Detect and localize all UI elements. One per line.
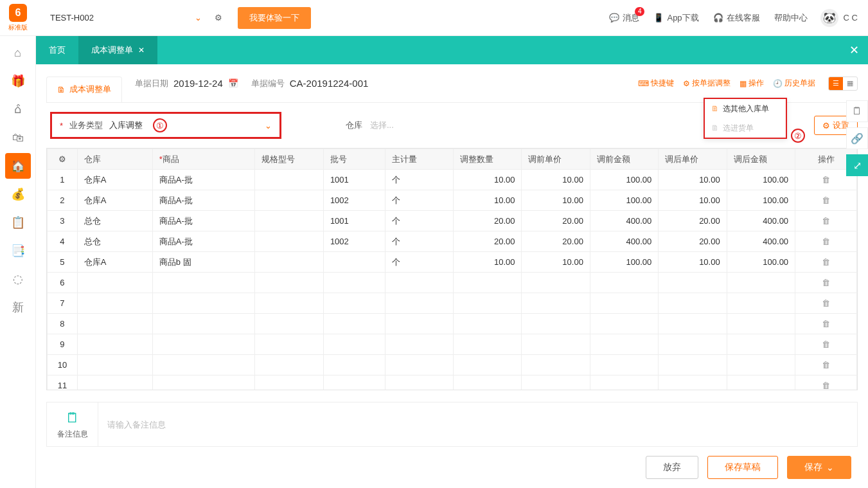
- delete-icon[interactable]: 🗑: [795, 334, 857, 355]
- delete-icon[interactable]: 🗑: [795, 252, 857, 273]
- list-view-icon[interactable]: ☰: [829, 77, 843, 90]
- delete-icon[interactable]: 🗑: [795, 355, 857, 375]
- help-link[interactable]: 帮助中心: [774, 12, 808, 24]
- table-row[interactable]: 6🗑: [48, 273, 857, 293]
- annotation-2: ②: [791, 129, 805, 143]
- table-row[interactable]: 10🗑: [48, 355, 857, 375]
- table-row[interactable]: 11🗑: [48, 375, 857, 391]
- col-product: *商品: [152, 149, 255, 170]
- table-row[interactable]: 8🗑: [48, 314, 857, 334]
- note-icon: 🗒: [66, 410, 80, 426]
- delete-icon[interactable]: 🗑: [795, 375, 857, 391]
- remark-label: 备注信息: [57, 429, 88, 440]
- service-link[interactable]: 🎧 在线客服: [713, 12, 760, 24]
- dropdown-item-other-inbound[interactable]: 🗎选其他入库单: [705, 99, 786, 118]
- gear-icon[interactable]: ⚙: [215, 13, 222, 23]
- delete-icon[interactable]: 🗑: [795, 211, 857, 231]
- footer: 放弃 保存草稿 保存⌄: [46, 447, 858, 488]
- grid: ⚙ 仓库 *商品 规格型号 批号 主计量 调整数量 调前单价 调前金额 调后单价…: [46, 148, 858, 390]
- messages-badge: 4: [635, 7, 645, 16]
- delete-icon[interactable]: 🗑: [795, 190, 857, 211]
- right-rail: 🗒 🔗 ⤢: [846, 100, 868, 176]
- sidebar-report-icon[interactable]: 📑: [5, 238, 31, 264]
- table-row[interactable]: 5仓库A商品b 固个10.0010.00100.0010.00100.00🗑: [48, 252, 857, 273]
- sidebar-clipboard-icon[interactable]: 📋: [5, 210, 31, 235]
- col-gear[interactable]: ⚙: [48, 149, 78, 170]
- chevron-down-icon: ⌄: [265, 121, 272, 131]
- delete-icon[interactable]: 🗑: [795, 314, 857, 334]
- col-batch: 批号: [323, 149, 385, 170]
- delete-icon[interactable]: 🗑: [795, 273, 857, 293]
- doc-icon: 🗎: [57, 85, 66, 95]
- doc-title: 成本调整单: [69, 84, 111, 95]
- logo-icon: 6: [9, 4, 27, 22]
- card-view-icon[interactable]: ▦: [843, 77, 857, 90]
- tab-home[interactable]: 首页: [36, 36, 78, 64]
- view-toggle[interactable]: ☰ ▦: [828, 77, 858, 91]
- sidebar-new-icon[interactable]: 新: [5, 294, 31, 320]
- table-row[interactable]: 7🗑: [48, 293, 857, 314]
- service-label: 在线客服: [727, 12, 760, 24]
- calendar-icon[interactable]: 📅: [228, 78, 238, 88]
- business-type-select[interactable]: * 业务类型 入库调整 ① ⌄: [50, 112, 281, 139]
- filter-row: * 业务类型 入库调整 ① ⌄ 仓库 选择... 🗎选其他入库单 🗎选进货单 ②…: [46, 103, 858, 148]
- save-button[interactable]: 保存⌄: [787, 456, 851, 479]
- try-button[interactable]: 我要体验一下: [238, 7, 311, 29]
- action-bydoc[interactable]: ⚙按单据调整: [683, 78, 731, 89]
- sidebar-gift-icon[interactable]: 🎁: [5, 68, 31, 94]
- sidebar-home-icon[interactable]: ⌂: [5, 40, 31, 66]
- grid-icon: ▦: [740, 79, 747, 88]
- warehouse-label: 仓库: [346, 120, 362, 131]
- tab-cost-adjust[interactable]: 成本调整单 ✕: [78, 36, 157, 64]
- warehouse-select[interactable]: 仓库 选择...: [346, 120, 394, 131]
- org-select[interactable]: TEST-H002 ⌄: [42, 6, 209, 30]
- note-icon[interactable]: 🗒: [846, 100, 868, 122]
- action-history[interactable]: 🕘历史单据: [773, 78, 815, 89]
- doc-icon: 🗎: [711, 104, 719, 113]
- tab-home-label: 首页: [49, 44, 66, 56]
- logo-subtitle: 标准版: [8, 23, 28, 32]
- col-spec: 规格型号: [255, 149, 323, 170]
- discard-button[interactable]: 放弃: [646, 456, 698, 479]
- table-row[interactable]: 2仓库A商品A-批1002个10.0010.00100.0010.00100.0…: [48, 190, 857, 211]
- table-row[interactable]: 4总仓商品A-批1002个20.0020.00400.0020.00400.00…: [48, 231, 857, 252]
- action-quickkey[interactable]: ⌨快捷键: [638, 78, 674, 89]
- sidebar-warehouse-icon[interactable]: 🏠: [5, 153, 31, 179]
- logo: 6 标准版: [0, 4, 36, 32]
- messages-link[interactable]: 💬 消息 4: [609, 12, 639, 24]
- sidebar: ⌂ 🎁 ⌂̂ 🛍 🏠 💰 📋 📑 ◌ 新: [0, 36, 36, 488]
- date-value[interactable]: 2019-12-24: [173, 78, 223, 89]
- link-icon[interactable]: 🔗: [846, 127, 868, 149]
- app-download-link[interactable]: 📱 App下载: [653, 12, 698, 24]
- topbar: 6 标准版 TEST-H002 ⌄ ⚙ 我要体验一下 💬 消息 4 📱 App下…: [0, 0, 868, 36]
- remark-input[interactable]: [98, 402, 857, 446]
- doc-header: 🗎 成本调整单 单据日期 2019-12-24 📅 单据编号 CA-201912…: [46, 64, 858, 103]
- avatar[interactable]: 🐼: [820, 9, 838, 27]
- delete-icon[interactable]: 🗑: [795, 293, 857, 314]
- table-row[interactable]: 3总仓商品A-批1001个20.0020.00400.0020.00400.00…: [48, 211, 857, 231]
- bydoc-dropdown: 🗎选其他入库单 🗎选进货单: [704, 98, 787, 139]
- col-unit: 主计量: [385, 149, 453, 170]
- tabs-close-button[interactable]: ✕: [840, 43, 868, 57]
- save-draft-button[interactable]: 保存草稿: [707, 456, 778, 479]
- chevron-down-icon: ⌄: [826, 462, 834, 473]
- table-row[interactable]: 9🗑: [48, 334, 857, 355]
- doc-tab[interactable]: 🗎 成本调整单: [46, 77, 122, 102]
- sidebar-sync-icon[interactable]: ◌: [5, 266, 31, 292]
- message-icon: 💬: [609, 13, 619, 23]
- expand-icon[interactable]: ⤢: [846, 154, 868, 176]
- dropdown-item-purchase: 🗎选进货单: [705, 118, 786, 138]
- required-star: *: [60, 121, 63, 131]
- action-operate[interactable]: ▦操作: [740, 78, 764, 89]
- table-row[interactable]: 1仓库A商品A-批1001个10.0010.00100.0010.00100.0…: [48, 170, 857, 190]
- remark-bar: 🗒 备注信息: [46, 402, 858, 447]
- sidebar-money-icon[interactable]: 💰: [5, 181, 31, 207]
- date-label: 单据日期: [135, 78, 168, 89]
- col-warehouse: 仓库: [77, 149, 152, 170]
- col-post-amt: 调后金额: [727, 149, 795, 170]
- close-icon[interactable]: ✕: [138, 46, 145, 55]
- biz-label: 业务类型: [69, 120, 103, 131]
- delete-icon[interactable]: 🗑: [795, 231, 857, 252]
- sidebar-house-icon[interactable]: ⌂̂: [5, 96, 31, 122]
- sidebar-bag-icon[interactable]: 🛍: [5, 125, 31, 150]
